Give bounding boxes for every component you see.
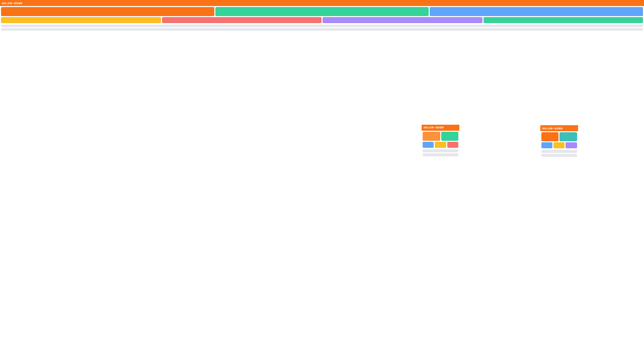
tablet-device: 职道人的第一堂职通课 (292, 130, 352, 194)
card-pad-image: 职道人的第一堂职通课 (267, 110, 377, 211)
card-pad: 职道人的第一堂职通课 (267, 110, 377, 239)
phone-device-mini: 职道人的第一堂职通课 (422, 125, 459, 199)
cards-row: 职道人的第一堂职通课 (30, 110, 614, 239)
phone-device-h5: 职道人的第一堂职通课 (540, 125, 578, 200)
main-content: 网校支持PC、APP、PAD、小程序、H5，实现多端打通，产品各终端自由切换，数… (0, 48, 644, 249)
